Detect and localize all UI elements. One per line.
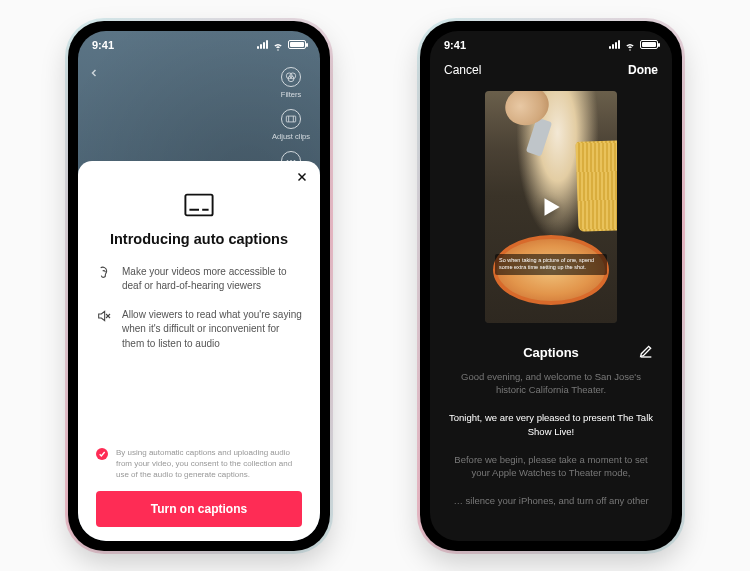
overlay-caption: So when taking a picture of one, spend s… [495,254,607,274]
signal-icon [257,40,268,49]
wifi-icon [272,40,284,49]
captions-title: Captions [523,345,579,360]
captions-icon [183,191,215,219]
caption-line-active[interactable]: Tonight, we are very pleased to present … [448,411,654,439]
done-button[interactable]: Done [628,63,658,77]
sound-off-icon [96,308,112,324]
edit-captions-button[interactable] [638,343,654,359]
svg-rect-3 [286,116,295,122]
captions-header: Captions [448,341,654,370]
play-icon[interactable] [538,194,564,220]
feature-readability-text: Allow viewers to read what you're saying… [122,308,302,352]
battery-icon [288,40,306,49]
phone-right: 9:41 Cancel Done So when taking a pictur… [420,21,682,551]
wifi-icon [624,40,636,49]
cancel-button[interactable]: Cancel [444,63,481,77]
battery-icon [640,40,658,49]
filters-label: Filters [281,90,301,99]
video-preview[interactable]: So when taking a picture of one, spend s… [485,91,617,323]
status-bar: 9:41 [78,31,320,59]
caption-line[interactable]: … silence your iPhones, and turn off any… [448,494,654,508]
captions-panel: Captions Good evening, and welcome to Sa… [430,341,672,541]
consent-row: By using automatic captions and uploadin… [96,439,302,481]
caption-lines[interactable]: Good evening, and welcome to San Jose's … [448,370,654,508]
caption-line[interactable]: Good evening, and welcome to San Jose's … [448,370,654,398]
status-time: 9:41 [92,39,114,51]
adjust-clips-tool[interactable]: Adjust clips [272,109,310,141]
svg-marker-16 [545,198,560,215]
feature-list: Make your videos more accessible to deaf… [96,265,302,352]
turn-on-captions-button[interactable]: Turn on captions [96,491,302,527]
feature-accessibility: Make your videos more accessible to deaf… [96,265,302,294]
adjust-clips-icon [281,109,301,129]
status-indicators [609,40,658,49]
back-button[interactable] [88,65,100,85]
editor-side-tools: Filters Adjust clips [272,67,310,171]
caption-line[interactable]: Before we begin, please take a moment to… [448,453,654,481]
status-indicators [257,40,306,49]
sheet-title: Introducing auto captions [96,231,302,247]
consent-check-icon [96,448,108,460]
screen-left: 9:41 Filters Adjust clips [78,31,320,541]
video-frame-detail [575,140,617,231]
ear-icon [96,265,112,281]
close-button[interactable] [296,171,308,183]
status-bar: 9:41 [430,31,672,59]
top-bar: Cancel Done [430,63,672,77]
screen-right: 9:41 Cancel Done So when taking a pictur… [430,31,672,541]
status-time: 9:41 [444,39,466,51]
adjust-clips-label: Adjust clips [272,132,310,141]
phone-left: 9:41 Filters Adjust clips [68,21,330,551]
feature-accessibility-text: Make your videos more accessible to deaf… [122,265,302,294]
filters-icon [281,67,301,87]
signal-icon [609,40,620,49]
filters-tool[interactable]: Filters [281,67,301,99]
consent-text: By using automatic captions and uploadin… [116,447,302,481]
feature-readability: Allow viewers to read what you're saying… [96,308,302,352]
svg-rect-11 [185,194,212,215]
intro-sheet: Introducing auto captions Make your vide… [78,161,320,541]
